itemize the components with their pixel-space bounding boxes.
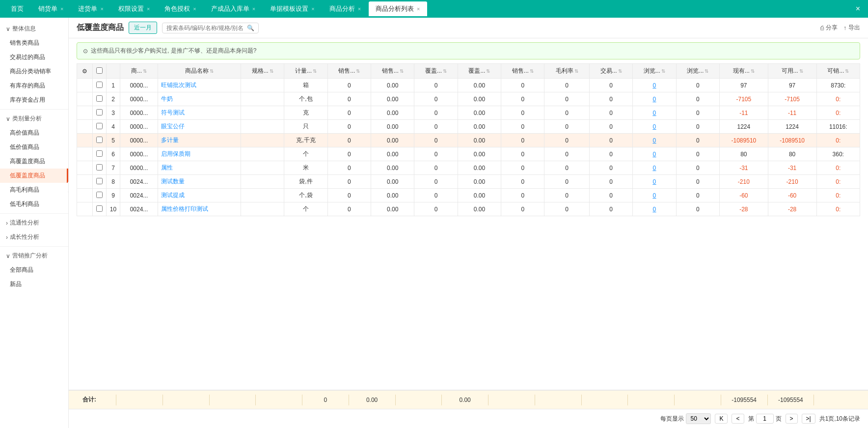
row-select-4[interactable] — [96, 137, 103, 143]
filter-recent-month-button[interactable]: 近一月 — [129, 22, 157, 34]
tab-purchase[interactable]: 进货单 × — [71, 1, 110, 16]
tab-sales[interactable]: 销货单 × — [31, 1, 70, 16]
close-tab-analysis[interactable]: × — [358, 6, 361, 12]
tab-roles[interactable]: 角色授权 × — [158, 1, 203, 16]
col-sales-qty-header[interactable]: 销售...⇅ — [327, 64, 371, 79]
sidebar-item-low-coverage[interactable]: 低覆盖度商品 — [0, 169, 68, 183]
sidebar-item-low-value[interactable]: 低价值商品 — [0, 140, 68, 154]
row-select-1[interactable] — [96, 95, 103, 102]
nav-close-button[interactable]: × — [852, 2, 864, 15]
col-cov1-header[interactable]: 覆盖...⇅ — [414, 64, 458, 79]
row-checkbox-7[interactable] — [93, 175, 107, 189]
row-browse1-9[interactable]: 0 — [633, 202, 676, 216]
close-tab-purchase[interactable]: × — [100, 6, 103, 12]
row-name-2[interactable]: 符号测试 — [158, 106, 241, 120]
row-name-0[interactable]: 旺铺批次测试 — [158, 79, 241, 92]
row-checkbox-3[interactable] — [93, 120, 107, 134]
last-page-button[interactable]: >| — [802, 414, 815, 424]
sidebar-item-high-coverage[interactable]: 高覆盖度商品 — [0, 154, 68, 169]
row-checkbox-0[interactable] — [93, 79, 107, 92]
row-browse1-0[interactable]: 0 — [633, 79, 676, 92]
row-name-8[interactable]: 测试提成 — [158, 189, 241, 202]
row-name-7[interactable]: 测试数量 — [158, 175, 241, 189]
row-name-5[interactable]: 启用保质期 — [158, 147, 241, 161]
close-tab-analysis-list[interactable]: × — [417, 6, 420, 12]
close-tab-permissions[interactable]: × — [147, 6, 150, 12]
col-cov2-header[interactable]: 覆盖...⇅ — [458, 64, 501, 79]
row-name-1[interactable]: 牛奶 — [158, 92, 241, 106]
row-name-4[interactable]: 多计量 — [158, 134, 241, 147]
close-tab-sales[interactable]: × — [60, 6, 63, 12]
sidebar-item-sales-goods[interactable]: 销售类商品 — [0, 36, 68, 50]
sidebar-item-high-value[interactable]: 高价值商品 — [0, 126, 68, 140]
tab-home[interactable]: 首页 — [4, 1, 30, 16]
search-input[interactable] — [166, 25, 245, 31]
share-button[interactable]: ⎙ 分享 — [820, 24, 838, 32]
col-unit-header[interactable]: 计量...⇅ — [284, 64, 327, 79]
settings-icon[interactable]: ⚙ — [82, 68, 87, 75]
row-select-0[interactable] — [96, 82, 103, 88]
row-checkbox-1[interactable] — [93, 92, 107, 106]
col-sales-amt-header[interactable]: 销售...⇅ — [371, 64, 414, 79]
row-checkbox-9[interactable] — [93, 202, 107, 216]
sidebar-item-capital[interactable]: 库存资金占用 — [0, 93, 68, 107]
col-gross-rate-header[interactable]: 毛利率⇅ — [544, 64, 589, 79]
row-select-2[interactable] — [96, 109, 103, 115]
close-tab-templates[interactable]: × — [311, 6, 314, 12]
next-page-button[interactable]: > — [786, 414, 798, 424]
col-browse2-header[interactable]: 浏览...⇅ — [676, 64, 719, 79]
col-transaction-header[interactable]: 交易...⇅ — [589, 64, 632, 79]
row-name-6[interactable]: 属性 — [158, 161, 241, 175]
sidebar-item-inventory[interactable]: 有库存的商品 — [0, 79, 68, 93]
tab-templates[interactable]: 单据模板设置 × — [263, 1, 321, 16]
col-current-header[interactable]: 现有...⇅ — [720, 64, 768, 79]
tab-analysis-list[interactable]: 商品分析列表 × — [369, 1, 427, 16]
tab-analysis[interactable]: 商品分析 × — [323, 1, 368, 16]
sidebar-item-low-margin[interactable]: 低毛利商品 — [0, 197, 68, 211]
sidebar-section-growth[interactable]: › 成长性分析 — [0, 230, 68, 244]
sidebar-item-turnover-rate[interactable]: 商品分类动销率 — [0, 64, 68, 79]
close-tab-roles[interactable]: × — [193, 6, 196, 12]
row-select-9[interactable] — [96, 205, 103, 212]
row-select-6[interactable] — [96, 164, 103, 171]
select-all-checkbox[interactable] — [96, 67, 103, 74]
row-browse1-1[interactable]: 0 — [633, 92, 676, 106]
col-name-header[interactable]: 商品名称⇅ — [158, 64, 241, 79]
row-select-3[interactable] — [96, 123, 103, 129]
row-select-5[interactable] — [96, 150, 103, 157]
col-sellable-header[interactable]: 可销...⇅ — [816, 64, 860, 79]
row-name-3[interactable]: 眼宝公仔 — [158, 120, 241, 134]
tab-products[interactable]: 产成品入库单 × — [204, 1, 262, 16]
col-available-header[interactable]: 可用...⇅ — [768, 64, 816, 79]
prev-page-button[interactable]: < — [732, 414, 744, 424]
row-browse1-5[interactable]: 0 — [633, 147, 676, 161]
row-checkbox-8[interactable] — [93, 189, 107, 202]
row-select-8[interactable] — [96, 192, 103, 198]
export-button[interactable]: ↑ 导出 — [843, 24, 860, 32]
col-browse1-header[interactable]: 浏览...⇅ — [633, 64, 676, 79]
search-icon[interactable]: 🔍 — [247, 25, 254, 31]
row-browse1-4[interactable]: 0 — [633, 134, 676, 147]
row-browse1-3[interactable]: 0 — [633, 120, 676, 134]
col-sales-count-header[interactable]: 销售...⇅ — [501, 64, 544, 79]
close-tab-products[interactable]: × — [252, 6, 255, 12]
row-checkbox-6[interactable] — [93, 161, 107, 175]
row-browse1-7[interactable]: 0 — [633, 175, 676, 189]
col-settings[interactable]: ⚙ — [77, 64, 93, 79]
sidebar-item-new-goods[interactable]: 新品 — [0, 277, 68, 291]
first-page-button[interactable]: K — [715, 414, 728, 424]
row-select-7[interactable] — [96, 178, 103, 184]
col-code-header[interactable]: 商...⇅ — [120, 64, 158, 79]
sidebar-item-high-margin[interactable]: 高毛利商品 — [0, 183, 68, 197]
row-checkbox-4[interactable] — [93, 134, 107, 147]
sidebar-section-overall[interactable]: ∨ 整体信息 — [0, 22, 68, 36]
sidebar-item-all-goods[interactable]: 全部商品 — [0, 263, 68, 277]
row-browse1-2[interactable]: 0 — [633, 106, 676, 120]
sidebar-section-category[interactable]: ∨ 类别量分析 — [0, 112, 68, 126]
col-checkbox-header[interactable] — [93, 64, 107, 79]
row-browse1-8[interactable]: 0 — [633, 189, 676, 202]
row-browse1-6[interactable]: 0 — [633, 161, 676, 175]
col-spec-header[interactable]: 规格...⇅ — [241, 64, 284, 79]
row-checkbox-5[interactable] — [93, 147, 107, 161]
sidebar-section-marketing[interactable]: ∨ 营销推广分析 — [0, 249, 68, 263]
